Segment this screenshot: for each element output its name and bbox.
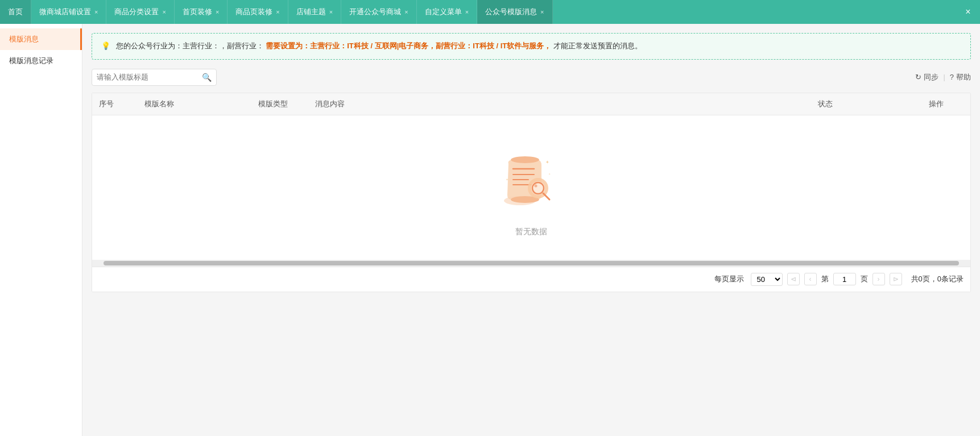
nav-tab-wshop-close[interactable]: ×	[94, 9, 98, 15]
sync-label: 同步	[924, 72, 938, 82]
sync-button[interactable]: ↻ 同步	[915, 72, 938, 82]
notice-box: 💡 您的公众号行业为：主营行业：，副营行业： 需要设置为：主营行业：IT科技 /…	[92, 33, 971, 60]
svg-text:✦: ✦	[506, 178, 508, 181]
nav-global-close[interactable]: ×	[956, 0, 980, 24]
nav-tab-home-label: 首页	[8, 7, 23, 17]
sidebar-item-template-message-label: 模版消息	[9, 35, 39, 43]
help-button[interactable]: ? 帮助	[950, 72, 971, 82]
empty-icon-wrap: ✦ ✦ ✦	[497, 150, 565, 218]
help-label: 帮助	[956, 72, 971, 82]
top-nav: 首页 微商城店铺设置 × 商品分类设置 × 首页装修 × 商品页装修 × 店铺主…	[0, 0, 980, 24]
svg-point-11	[535, 184, 537, 187]
next-page-button[interactable]: ›	[873, 273, 885, 285]
notice-suffix: 才能正常发送预置的消息。	[553, 41, 642, 50]
nav-tab-category-label: 商品分类设置	[114, 7, 159, 17]
svg-point-1	[511, 156, 539, 163]
first-page-button[interactable]: ⊲	[787, 273, 800, 285]
th-no: 序号	[92, 93, 138, 115]
th-name: 模版名称	[138, 93, 251, 115]
nav-tab-theme[interactable]: 店铺主题 ×	[288, 0, 341, 24]
page-size-select[interactable]: 50 20 100	[751, 273, 783, 286]
th-type: 模版类型	[251, 93, 308, 115]
nav-tab-category-close[interactable]: ×	[162, 9, 166, 15]
svg-text:✦: ✦	[545, 160, 549, 165]
nav-tab-open-mall-close[interactable]: ×	[404, 9, 408, 15]
empty-state: ✦ ✦ ✦ 暂无数据	[92, 115, 970, 260]
page-label-before: 第	[821, 274, 829, 284]
nav-tab-template-msg[interactable]: 公众号模版消息 ×	[477, 0, 552, 24]
page-size-label: 每页显示	[714, 274, 744, 284]
page-label-after: 页	[861, 274, 868, 284]
search-bar: 🔍 ↻ 同步 | ? 帮助	[92, 69, 971, 86]
th-status: 状态	[811, 93, 902, 115]
nav-tab-template-msg-label: 公众号模版消息	[485, 7, 537, 17]
empty-illustration: ✦ ✦ ✦	[497, 150, 560, 212]
toolbar-right: ↻ 同步 | ? 帮助	[915, 72, 971, 82]
nav-tab-custom-menu-label: 自定义菜单	[425, 7, 462, 17]
page-number-input[interactable]	[833, 273, 856, 285]
nav-tab-theme-label: 店铺主题	[296, 7, 326, 17]
nav-tab-product-page-label: 商品页装修	[235, 7, 272, 17]
prev-page-button[interactable]: ‹	[804, 273, 817, 285]
bulb-icon: 💡	[101, 41, 110, 50]
nav-tab-template-msg-close[interactable]: ×	[540, 9, 544, 15]
table-header: 序号 模版名称 模版类型 消息内容 状态 操作	[92, 93, 970, 115]
nav-tab-theme-close[interactable]: ×	[329, 9, 333, 15]
notice-highlight: 需要设置为：主营行业：IT科技 / 互联网|电子商务，副营行业：IT科技 / I…	[266, 41, 551, 50]
sync-icon: ↻	[915, 73, 921, 81]
sidebar-item-template-message-log[interactable]: 模版消息记录	[0, 50, 82, 72]
nav-tab-custom-menu[interactable]: 自定义菜单 ×	[417, 0, 477, 24]
nav-tab-open-mall[interactable]: 开通公众号商城 ×	[341, 0, 416, 24]
notice-prefix: 您的公众号行业为：主营行业：，副营行业：	[116, 41, 264, 50]
pagination: 每页显示 50 20 100 ⊲ ‹ 第 页 › ⊳ 共0页，0条记录	[92, 267, 970, 292]
help-icon: ?	[950, 73, 954, 81]
total-info: 共0页，0条记录	[911, 274, 964, 284]
nav-tab-home[interactable]: 首页	[0, 0, 31, 24]
sidebar: 模版消息 模版消息记录	[0, 24, 82, 436]
search-icon[interactable]: 🔍	[202, 73, 212, 82]
last-page-button[interactable]: ⊳	[890, 273, 902, 285]
nav-tab-product-page-close[interactable]: ×	[276, 9, 279, 15]
svg-text:✦: ✦	[548, 172, 551, 176]
nav-tab-homepage-close[interactable]: ×	[216, 9, 219, 15]
nav-tab-open-mall-label: 开通公众号商城	[349, 7, 401, 17]
horizontal-scrollbar[interactable]	[92, 260, 970, 267]
search-input-wrap[interactable]: 🔍	[92, 69, 217, 86]
toolbar-divider: |	[943, 73, 945, 81]
nav-tab-wshop[interactable]: 微商城店铺设置 ×	[31, 0, 106, 24]
empty-text: 暂无数据	[515, 227, 547, 237]
nav-tab-homepage-label: 首页装修	[183, 7, 212, 17]
nav-tab-wshop-label: 微商城店铺设置	[39, 7, 91, 17]
main-content: 💡 您的公众号行业为：主营行业：，副营行业： 需要设置为：主营行业：IT科技 /…	[82, 24, 980, 436]
nav-tab-homepage[interactable]: 首页装修 ×	[175, 0, 228, 24]
scrollbar-thumb[interactable]	[104, 261, 959, 265]
data-table: 序号 模版名称 模版类型 消息内容 状态 操作	[92, 93, 971, 292]
th-action: 操作	[902, 93, 970, 115]
th-content: 消息内容	[308, 93, 811, 115]
sidebar-item-template-message[interactable]: 模版消息	[0, 28, 82, 50]
nav-tab-category[interactable]: 商品分类设置 ×	[106, 0, 174, 24]
main-layout: 模版消息 模版消息记录 💡 您的公众号行业为：主营行业：，副营行业： 需要设置为…	[0, 24, 980, 436]
sidebar-item-template-message-log-label: 模版消息记录	[9, 56, 53, 65]
nav-tab-product-page[interactable]: 商品页装修 ×	[228, 0, 288, 24]
nav-tab-custom-menu-close[interactable]: ×	[465, 9, 469, 15]
search-input[interactable]	[97, 73, 202, 81]
